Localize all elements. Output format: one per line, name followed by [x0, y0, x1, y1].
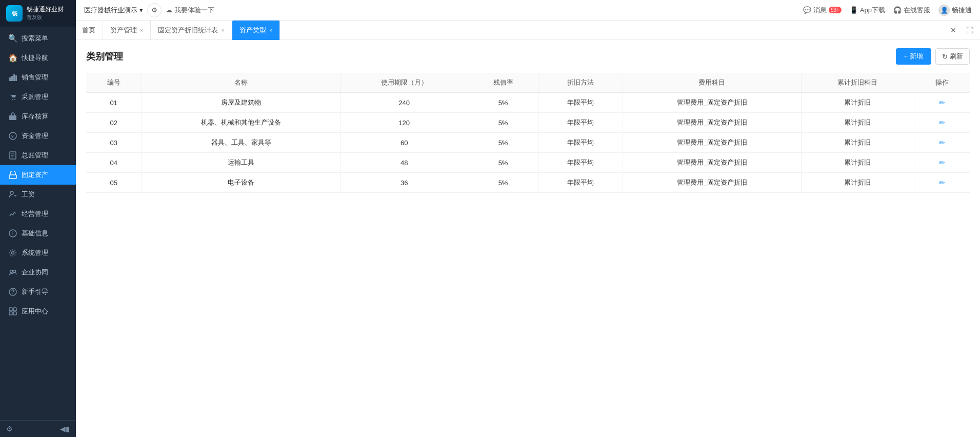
cell-name: 机器、机械和其他生产设备: [142, 113, 341, 133]
svg-point-17: [12, 252, 14, 254]
header-right: 💬 消息 99 📱 App下载 🎧 在线客服 👤 畅捷通: [803, 5, 972, 16]
header-left: 医疗器械行业演示 ▾ ⚙ ☁ 我要体验一下: [84, 3, 214, 17]
cell-accumulated: 累计折旧: [801, 133, 914, 153]
tab-asset-management-label: 资产管理: [110, 26, 137, 35]
tab-asset-type[interactable]: 资产类型 ×: [232, 21, 280, 40]
tab-depreciation-report-close[interactable]: ×: [221, 27, 224, 33]
col-name: 名称: [142, 73, 341, 93]
cell-residual: 5%: [468, 133, 538, 153]
ledger-icon: [8, 151, 17, 160]
sidebar-item-enterprise-label: 企业协同: [22, 268, 48, 277]
app-download-button[interactable]: 📱 App下载: [850, 6, 885, 15]
cell-period: 48: [341, 153, 468, 173]
header-settings-icon[interactable]: ⚙: [147, 3, 162, 17]
sidebar-item-enterprise[interactable]: 企业协同: [0, 263, 76, 282]
sidebar-item-fixed-assets[interactable]: 固定资产: [0, 165, 76, 185]
home-icon: 🏠: [8, 53, 17, 63]
notifications-icon: 💬: [803, 6, 811, 14]
tab-close-button[interactable]: ✕: [947, 24, 959, 36]
svg-rect-25: [13, 312, 16, 315]
experience-button[interactable]: ☁ 我要体验一下: [166, 6, 214, 15]
content-area: 类别管理 + 新增 ↻ 刷新 编号 名称 使用期限（月） 残值率 折旧方法 费用…: [76, 40, 980, 437]
purchase-icon: [8, 92, 17, 102]
cell-action[interactable]: ✏: [914, 153, 970, 173]
sidebar-item-payroll[interactable]: 工资: [0, 185, 76, 204]
cell-expense: 管理费用_固定资产折旧: [623, 133, 802, 153]
svg-point-14: [10, 191, 13, 194]
table-row: 03 器具、工具、家具等 60 5% 年限平均 管理费用_固定资产折旧 累计折旧…: [86, 133, 970, 153]
col-accumulated: 累计折旧科目: [801, 73, 914, 93]
svg-rect-2: [13, 74, 15, 81]
cell-period: 60: [341, 133, 468, 153]
sidebar-item-operations[interactable]: 经营管理: [0, 204, 76, 224]
online-service-button[interactable]: 🎧 在线客服: [893, 6, 930, 15]
sidebar-settings-icon[interactable]: ⚙: [6, 425, 13, 433]
table-row: 05 电子设备 36 5% 年限平均 管理费用_固定资产折旧 累计折旧 ✏: [86, 173, 970, 193]
sidebar-item-quick-nav[interactable]: 🏠 快捷导航: [0, 48, 76, 68]
cell-expense: 管理费用_固定资产折旧: [623, 173, 802, 193]
col-action: 操作: [914, 73, 970, 93]
svg-text:i: i: [12, 231, 13, 236]
col-residual: 残值率: [468, 73, 538, 93]
user-label: 畅捷通: [952, 6, 972, 15]
tab-expand-button[interactable]: ⛶: [964, 24, 976, 36]
svg-rect-24: [9, 312, 12, 315]
capital-icon: ¥: [8, 131, 17, 141]
sidebar-item-sales[interactable]: 销售管理: [0, 68, 76, 87]
search-icon: 🔍: [8, 34, 17, 43]
cell-residual: 5%: [468, 153, 538, 173]
sidebar-item-capital-label: 资金管理: [22, 131, 48, 141]
sidebar-collapse-icon[interactable]: ◀▮: [60, 425, 70, 433]
cell-action[interactable]: ✏: [914, 113, 970, 133]
sidebar-item-inventory[interactable]: 库存核算: [0, 107, 76, 126]
tab-asset-management[interactable]: 资产管理 ×: [103, 21, 151, 40]
svg-rect-0: [9, 77, 11, 81]
edit-icon[interactable]: ✏: [939, 98, 945, 107]
sidebar-item-ledger[interactable]: 总账管理: [0, 146, 76, 165]
app-logo: 畅 畅捷通好业财 普及版: [0, 0, 76, 27]
edit-icon[interactable]: ✏: [939, 118, 945, 127]
notifications-label: 消息: [813, 6, 827, 15]
edit-icon[interactable]: ✏: [939, 138, 945, 147]
guide-icon: [8, 287, 17, 296]
cell-method: 年限平均: [538, 173, 623, 193]
table-header: 编号 名称 使用期限（月） 残值率 折旧方法 费用科目 累计折旧科目 操作: [86, 73, 970, 93]
edit-icon[interactable]: ✏: [939, 158, 945, 167]
edit-icon[interactable]: ✏: [939, 178, 945, 187]
tab-home[interactable]: 首页: [82, 21, 103, 40]
sidebar-item-basic-info[interactable]: i 基础信息: [0, 224, 76, 243]
refresh-button[interactable]: ↻ 刷新: [935, 48, 970, 65]
col-period: 使用期限（月）: [341, 73, 468, 93]
refresh-label: 刷新: [950, 52, 963, 61]
sidebar-item-purchase[interactable]: 采购管理: [0, 87, 76, 107]
tab-asset-management-close[interactable]: ×: [140, 27, 143, 33]
cell-period: 120: [341, 113, 468, 133]
dropdown-icon: ▾: [139, 6, 143, 14]
logo-edition: 普及版: [27, 14, 64, 21]
tab-depreciation-report-label: 固定资产折旧统计表: [158, 26, 218, 35]
tab-depreciation-report[interactable]: 固定资产折旧统计表 ×: [151, 21, 232, 40]
cell-name: 器具、工具、家具等: [142, 133, 341, 153]
sidebar-item-app-center[interactable]: 应用中心: [0, 302, 76, 321]
cell-name: 电子设备: [142, 173, 341, 193]
sidebar-item-guide[interactable]: 新手引导: [0, 282, 76, 302]
sidebar-item-system[interactable]: 系统管理: [0, 243, 76, 263]
cell-action[interactable]: ✏: [914, 173, 970, 193]
cell-residual: 5%: [468, 113, 538, 133]
sidebar-footer: ⚙ ◀▮: [0, 420, 76, 437]
industry-name: 医疗器械行业演示: [84, 6, 137, 15]
refresh-icon: ↻: [942, 53, 948, 61]
industry-selector[interactable]: 医疗器械行业演示 ▾: [84, 6, 143, 15]
user-menu[interactable]: 👤 畅捷通: [938, 5, 972, 16]
sales-icon: [8, 73, 17, 82]
sidebar-item-search[interactable]: 🔍 搜索菜单: [0, 29, 76, 48]
tab-home-label: 首页: [82, 26, 95, 35]
sidebar-item-system-label: 系统管理: [22, 248, 48, 257]
tab-asset-type-close[interactable]: ×: [269, 27, 272, 33]
cell-action[interactable]: ✏: [914, 133, 970, 153]
cell-action[interactable]: ✏: [914, 93, 970, 113]
sidebar-item-capital[interactable]: ¥ 资金管理: [0, 126, 76, 146]
notifications-button[interactable]: 💬 消息 99: [803, 6, 842, 15]
cell-accumulated: 累计折旧: [801, 173, 914, 193]
new-button[interactable]: + 新增: [896, 48, 931, 65]
